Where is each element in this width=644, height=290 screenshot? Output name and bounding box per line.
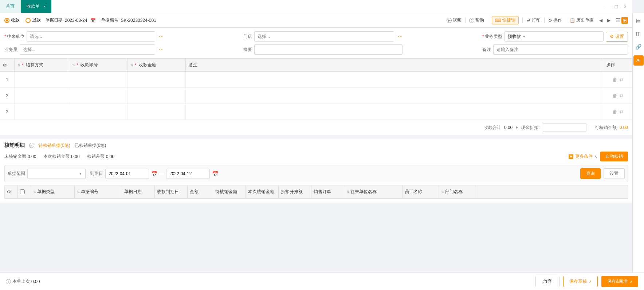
data-col-staff: 员工名称 [402, 185, 439, 198]
settlement-cell[interactable] [15, 72, 69, 87]
abandon-button[interactable]: 放弃 [535, 276, 559, 287]
radio-receipt-dot [4, 18, 9, 23]
data-col-checkbox[interactable] [18, 185, 31, 198]
collapse-arrow-icon: ∧ [594, 154, 597, 159]
delete-icon[interactable]: 🗑 [612, 93, 617, 99]
form-row-2: 业务员 ··· 摘要 备注 [4, 44, 628, 55]
radio-refund-label: 退款 [32, 17, 41, 23]
help-icon: ? [469, 18, 474, 23]
summary-field: 摘要 [243, 44, 402, 55]
query-button[interactable]: 查询 [580, 168, 601, 179]
tab-receipt[interactable]: 收款单 × [21, 0, 51, 13]
data-col-settings[interactable]: ⚙ [5, 185, 18, 198]
radio-receipt[interactable]: 收款 [4, 17, 20, 23]
account-cell[interactable] [69, 72, 127, 87]
store-input[interactable] [254, 31, 394, 42]
print-btn[interactable]: 🖨 打印 [526, 17, 541, 23]
col-settlement: ⇅ * 结算方式 [15, 59, 69, 71]
sidebar-icon-1[interactable]: ▤ [634, 16, 643, 25]
calendar-icon[interactable]: 📅 [89, 17, 97, 24]
next-arrow[interactable]: ▶ [605, 17, 612, 24]
delete-icon[interactable]: 🗑 [612, 109, 617, 115]
radio-refund[interactable]: 退款 [25, 17, 41, 23]
tab-home-label: 首页 [6, 3, 15, 9]
tab-home[interactable]: 首页 [0, 0, 21, 13]
gear-icon: ⚙ [610, 34, 614, 39]
section-title: 核销明细 [4, 142, 25, 149]
unchecked-stat: 未核销金额 0.00 [4, 153, 36, 160]
tab-close-icon[interactable]: × [43, 4, 46, 8]
bill-no-value: SK-20230324-001 [121, 18, 156, 23]
operation-btn[interactable]: ⚙ 操作 [548, 17, 562, 23]
copy-icon[interactable]: ⧉ [620, 93, 623, 99]
store-more-btn[interactable]: ··· [398, 33, 402, 40]
copy-icon[interactable]: ⧉ [620, 109, 623, 115]
calendar-to-icon[interactable]: 📅 [212, 171, 218, 177]
minimize-button[interactable]: — [605, 4, 610, 9]
data-col-company: ⇅ 往来单位名称 [344, 185, 402, 198]
notes-cell[interactable] [186, 104, 603, 119]
summary-row: 收款合计 0.00 + 现金折扣: = 可核销金额 0.00 [0, 120, 632, 135]
save-draft-button[interactable]: 保存草稿 ∧ [563, 276, 598, 287]
notes-cell[interactable] [186, 72, 603, 87]
staff-field: 业务员 ··· [4, 44, 164, 55]
shortcut-btn[interactable]: ⌨ 快捷键 [492, 16, 519, 24]
counterparty-input[interactable] [27, 31, 155, 42]
discount-input[interactable] [543, 123, 586, 132]
divider2 [488, 17, 488, 23]
staff-more-btn[interactable]: ··· [159, 46, 164, 53]
account-cell[interactable] [69, 88, 127, 103]
auto-clear-button[interactable]: 自动核销 [600, 152, 628, 161]
account-cell[interactable] [69, 104, 127, 119]
due-to-input[interactable] [166, 169, 210, 179]
copy-icon[interactable]: ⧉ [620, 77, 623, 83]
counterparty-more-btn[interactable]: ··· [159, 33, 164, 40]
bottom-info-icon: i [6, 279, 11, 284]
row-num: 2 [0, 88, 15, 103]
tab-receipt-label: 收款单 [27, 3, 40, 9]
amount-cell[interactable] [127, 104, 186, 119]
filter-setting-button[interactable]: 设置 [604, 168, 625, 179]
notes-cell[interactable] [186, 88, 603, 103]
notes-input[interactable] [493, 44, 628, 55]
col-settings[interactable]: ⚙ [0, 59, 15, 71]
help-btn[interactable]: ? 帮助 [469, 17, 484, 23]
settlement-cell[interactable] [15, 104, 69, 119]
sidebar-icon-3[interactable]: 🔗 [634, 42, 643, 51]
pending-tab[interactable]: 待核销单据(0笔) [39, 142, 70, 149]
bill-no-label: 单据编号 [101, 17, 118, 23]
settlement-cell[interactable] [15, 88, 69, 103]
due-from-input[interactable] [105, 169, 149, 179]
save-new-button[interactable]: 保存&新增 ∧ [601, 276, 638, 287]
history-btn[interactable]: 📋 历史单据 [570, 17, 594, 23]
bottom-value: 0.00 [31, 279, 40, 284]
bottom-right: 放弃 保存草稿 ∧ 保存&新增 ∧ [535, 276, 638, 287]
view-toggle[interactable]: ☰ ⊞ [616, 17, 628, 24]
diff-value: 0.00 [106, 154, 114, 159]
divider4 [544, 17, 545, 23]
settings-button[interactable]: ⚙ 设置 [606, 32, 628, 42]
ai-button[interactable]: Ai [633, 55, 644, 66]
equals-sign: = [589, 125, 592, 130]
toolbar: 收款 退款 单据日期 2023-03-24 📅 单据编号 SK-20230324… [0, 13, 632, 28]
more-conditions-btn[interactable]: 🔽 更多条件 ∧ [568, 153, 597, 160]
summary-input[interactable] [254, 44, 402, 55]
sidebar-icon-2[interactable]: ◫ [634, 29, 643, 38]
close-button[interactable]: × [622, 4, 628, 9]
section-header: 核销明细 i 待核销单据(0笔) 已核销单据(0笔) [4, 142, 628, 149]
select-all-checkbox[interactable] [20, 189, 25, 194]
delete-icon[interactable]: 🗑 [612, 77, 617, 83]
summary-label: 摘要 [243, 47, 252, 53]
range-chevron-icon: ▼ [79, 172, 82, 176]
done-tab[interactable]: 已核销单据(0笔) [75, 142, 106, 149]
amount-cell[interactable] [127, 88, 186, 103]
calendar-from-icon[interactable]: 📅 [151, 171, 157, 177]
prev-arrow[interactable]: ◀ [597, 17, 604, 24]
amount-cell[interactable] [127, 72, 186, 87]
business-type-select[interactable]: 预收款 ▼ [504, 31, 604, 42]
staff-input[interactable] [20, 44, 155, 55]
total-label: 收款合计 [484, 125, 501, 131]
video-btn[interactable]: ▶ 视频 [447, 17, 462, 23]
maximize-button[interactable]: □ [613, 4, 619, 9]
range-select[interactable]: ▼ [27, 169, 86, 179]
